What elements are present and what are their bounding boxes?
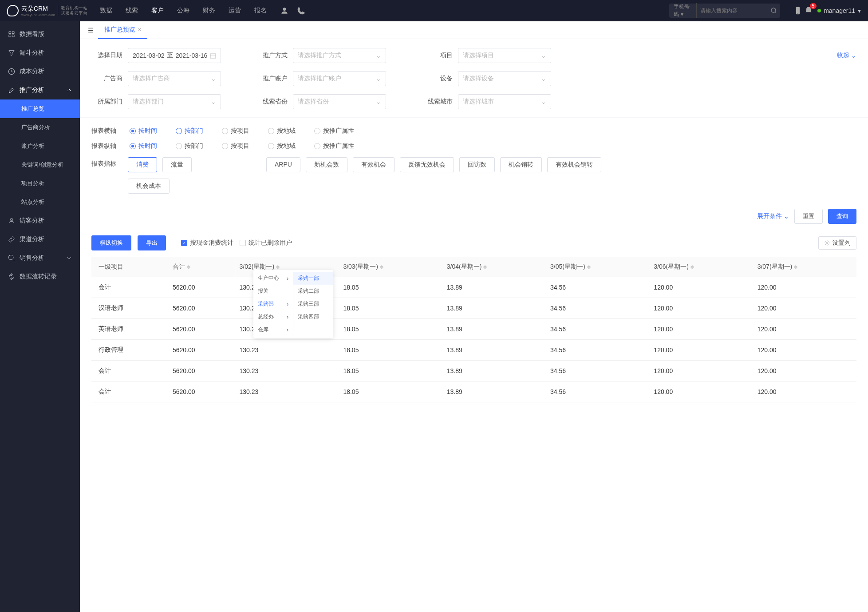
phone-icon[interactable] bbox=[297, 6, 306, 15]
mobile-icon[interactable] bbox=[793, 6, 802, 15]
search-input[interactable] bbox=[697, 8, 770, 14]
v-radios-按部门[interactable]: 按部门 bbox=[176, 142, 203, 150]
config-columns-button[interactable]: 设置列 bbox=[818, 236, 856, 250]
sidebar-item-推广分析[interactable]: 推广分析 bbox=[0, 81, 80, 99]
sidebar-item-数据流转记录[interactable]: 数据流转记录 bbox=[0, 267, 80, 286]
province-select[interactable]: 请选择省份⌄ bbox=[293, 94, 386, 109]
h-radios-按地域[interactable]: 按地域 bbox=[268, 127, 296, 135]
table-row[interactable]: 会计5620.00130.2318.0513.8934.56120.00120.… bbox=[91, 277, 856, 298]
sidebar-sub-推广总览[interactable]: 推广总览 bbox=[0, 99, 80, 118]
table-row[interactable]: 英语老师5620.00130.2318.0513.8934.56120.0012… bbox=[91, 319, 856, 340]
cascade-采购部[interactable]: 采购部› bbox=[253, 298, 293, 310]
table-row[interactable]: 行政管理5620.00130.2318.0513.8934.56120.0012… bbox=[91, 340, 856, 361]
device-select[interactable]: 请选择设备⌄ bbox=[458, 71, 551, 86]
metric-流量[interactable]: 流量 bbox=[162, 157, 192, 172]
sidebar-toggle-icon[interactable]: ☰ bbox=[83, 27, 98, 34]
table-row[interactable]: 会计5620.00130.2318.0513.8934.56120.00120.… bbox=[91, 382, 856, 402]
v-radios-按地域[interactable]: 按地域 bbox=[268, 142, 296, 150]
v-radios-按时间[interactable]: 按时间 bbox=[130, 142, 157, 150]
sidebar-item-漏斗分析[interactable]: 漏斗分析 bbox=[0, 44, 80, 62]
col-3/05(星期一)[interactable]: 3/05(星期一) bbox=[546, 257, 649, 277]
cascade-采购二部[interactable]: 采购二部 bbox=[293, 285, 333, 298]
sidebar-item-数据看版[interactable]: 数据看版 bbox=[0, 25, 80, 44]
nav-公海[interactable]: 公海 bbox=[177, 7, 189, 15]
table-row[interactable]: 汉语老师5620.00130.2318.0513.8934.56120.0012… bbox=[91, 298, 856, 319]
metric-ARPU[interactable]: ARPU bbox=[266, 157, 300, 172]
sidebar-sub-站点分析[interactable]: 站点分析 bbox=[0, 193, 80, 211]
search-prefix[interactable]: 手机号码 ▾ bbox=[674, 3, 697, 18]
col-合计[interactable]: 合计 bbox=[168, 257, 235, 277]
col-一级项目[interactable]: 一级项目 bbox=[91, 257, 168, 277]
table-row[interactable]: 会计5620.00130.2318.0513.8934.56120.00120.… bbox=[91, 361, 856, 382]
h-radios-按部门[interactable]: 按部门 bbox=[176, 127, 203, 135]
link-icon bbox=[8, 236, 15, 243]
nav-财务[interactable]: 财务 bbox=[203, 7, 215, 15]
metric-消费[interactable]: 消费 bbox=[128, 157, 157, 172]
sidebar-sub-关键词/创意分析[interactable]: 关键词/创意分析 bbox=[0, 155, 80, 174]
col-3/03(星期一)[interactable]: 3/03(星期一) bbox=[339, 257, 442, 277]
metric-有效机会销转[interactable]: 有效机会销转 bbox=[547, 157, 601, 172]
search-box[interactable]: 手机号码 ▾ bbox=[669, 4, 780, 18]
metric-opportunity-cost[interactable]: 机会成本 bbox=[128, 179, 170, 194]
nav-客户[interactable]: 客户 bbox=[151, 7, 164, 15]
cascade-仓库[interactable]: 仓库› bbox=[253, 323, 293, 336]
collapse-link[interactable]: 收起 ⌄ bbox=[837, 52, 856, 60]
user-menu[interactable]: manager11 ▾ bbox=[817, 7, 861, 14]
metric-回访数[interactable]: 回访数 bbox=[459, 157, 495, 172]
advertiser-select[interactable]: 请选择广告商⌄ bbox=[128, 71, 221, 86]
search-icon[interactable] bbox=[770, 7, 776, 14]
sidebar-item-销售分析[interactable]: 销售分析 bbox=[0, 249, 80, 267]
nav-线索[interactable]: 线索 bbox=[126, 7, 138, 15]
table-cell: 18.05 bbox=[339, 340, 442, 361]
metric-机会销转[interactable]: 机会销转 bbox=[500, 157, 542, 172]
expand-conditions-link[interactable]: 展开条件 ⌄ bbox=[757, 212, 789, 220]
method-select[interactable]: 请选择推广方式⌄ bbox=[293, 48, 386, 63]
deleted-stat-checkbox[interactable]: 统计已删除用户 bbox=[240, 239, 292, 247]
cascade-采购一部[interactable]: 采购一部 bbox=[293, 272, 333, 285]
table-cell: 13.89 bbox=[442, 361, 546, 382]
h-radios-按项目[interactable]: 按项目 bbox=[222, 127, 249, 135]
project-select[interactable]: 请选择项目⌄ bbox=[458, 48, 551, 63]
h-radios-按时间[interactable]: 按时间 bbox=[130, 127, 157, 135]
switch-button[interactable]: 横纵切换 bbox=[91, 235, 131, 250]
col-3/04(星期一)[interactable]: 3/04(星期一) bbox=[442, 257, 546, 277]
city-select[interactable]: 请选择城市⌄ bbox=[458, 94, 551, 109]
nav-运营[interactable]: 运营 bbox=[229, 7, 241, 15]
metric-新机会数[interactable]: 新机会数 bbox=[306, 157, 347, 172]
logo[interactable]: 云朵CRM www.yunduocrm.com 教育机构一站 式服务云平台 bbox=[7, 5, 87, 17]
tab-promotion-overview[interactable]: 推广总预览 × bbox=[98, 21, 147, 39]
v-radios-按项目[interactable]: 按项目 bbox=[222, 142, 249, 150]
date-range-picker[interactable]: 2021-03-02 至 2021-03-16 bbox=[128, 48, 221, 63]
v-radios-按推广属性[interactable]: 按推广属性 bbox=[314, 142, 354, 150]
account-select[interactable]: 请选择推广账户⌄ bbox=[293, 71, 386, 86]
reset-button[interactable]: 重置 bbox=[794, 209, 823, 224]
h-radios-按推广属性[interactable]: 按推广属性 bbox=[314, 127, 354, 135]
sidebar-sub-账户分析[interactable]: 账户分析 bbox=[0, 137, 80, 155]
col-3/06(星期一)[interactable]: 3/06(星期一) bbox=[649, 257, 753, 277]
col-3/07(星期一)[interactable]: 3/07(星期一) bbox=[753, 257, 856, 277]
export-button[interactable]: 导出 bbox=[138, 235, 166, 250]
sidebar-item-成本分析[interactable]: 成本分析 bbox=[0, 62, 80, 81]
sidebar-item-访客分析[interactable]: 访客分析 bbox=[0, 211, 80, 230]
chevron-right-icon: › bbox=[287, 301, 288, 307]
dept-select[interactable]: 请选择部门⌄ bbox=[128, 94, 221, 109]
cash-stat-checkbox[interactable]: 按现金消费统计 bbox=[181, 239, 233, 247]
cascade-采购三部[interactable]: 采购三部 bbox=[293, 298, 333, 310]
tab-label: 推广总预览 bbox=[104, 26, 135, 34]
query-button[interactable]: 查询 bbox=[828, 209, 856, 224]
notification-bell[interactable]: 5 bbox=[804, 6, 813, 16]
nav-报名[interactable]: 报名 bbox=[254, 7, 267, 15]
sidebar-item-渠道分析[interactable]: 渠道分析 bbox=[0, 230, 80, 249]
table-cell: 5620.00 bbox=[168, 382, 235, 402]
sidebar-sub-广告商分析[interactable]: 广告商分析 bbox=[0, 118, 80, 137]
metric-有效机会[interactable]: 有效机会 bbox=[353, 157, 395, 172]
cascade-生产中心[interactable]: 生产中心› bbox=[253, 272, 293, 285]
cascade-采购四部[interactable]: 采购四部 bbox=[293, 310, 333, 323]
metric-反馈无效机会[interactable]: 反馈无效机会 bbox=[400, 157, 454, 172]
user-icon[interactable] bbox=[280, 6, 289, 15]
cascade-总经办[interactable]: 总经办› bbox=[253, 310, 293, 323]
close-icon[interactable]: × bbox=[138, 27, 141, 33]
cascade-报关[interactable]: 报关 bbox=[253, 285, 293, 298]
nav-数据[interactable]: 数据 bbox=[100, 7, 112, 15]
sidebar-sub-项目分析[interactable]: 项目分析 bbox=[0, 174, 80, 193]
